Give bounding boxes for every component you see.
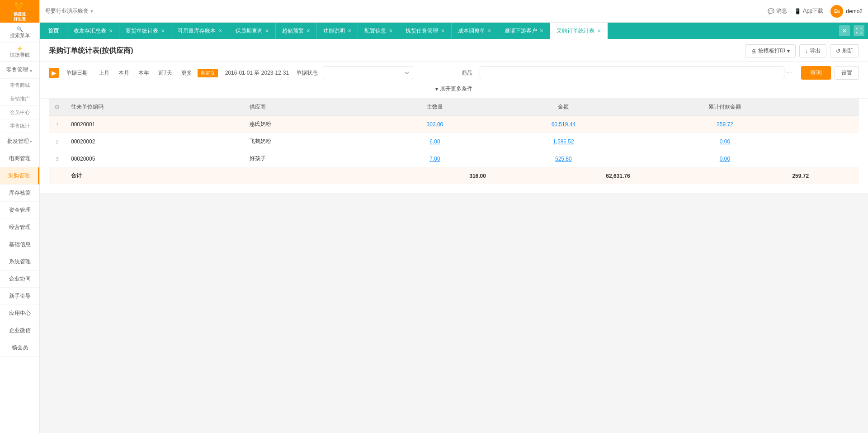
tab-purchase-summary-label: 采购订单统计表: [557, 27, 594, 35]
message-button[interactable]: 💬 消息: [768, 7, 787, 15]
sidebar-retail-label: 零售管理: [6, 66, 28, 74]
td-quantity-1: 303.00: [378, 116, 491, 133]
app-download-button[interactable]: 📱 App下载: [794, 7, 823, 15]
filter-actions: 查询 设置: [801, 66, 859, 80]
close-tab-button[interactable]: ✕: [839, 25, 850, 36]
td-quantity-2: 6.00: [378, 133, 491, 150]
td-supplier-2: 飞鹤奶粉: [244, 133, 378, 150]
goods-input[interactable]: [480, 67, 784, 79]
sidebar-item-purchase[interactable]: 采购管理: [0, 167, 39, 185]
app-download-label: App下载: [803, 7, 823, 15]
sidebar-item-basic-info[interactable]: 基础信息: [0, 236, 39, 253]
close-icon[interactable]: ×: [597, 27, 601, 34]
filter-area: ▶ 单据日期 上月 本月 本年 近7天 更多 自定义 2016-01-01 至 …: [40, 62, 868, 99]
sidebar-logo: 🧡 畅捷通好生意: [0, 0, 39, 23]
content-area: 采购订单统计表(按供应商) 🖨 按模板打印 ▾ ↓ 导出 ↺ 刷新: [40, 39, 868, 433]
date-option-this-year[interactable]: 本年: [135, 68, 153, 78]
sidebar-item-search[interactable]: 🔍 搜索菜单: [0, 23, 39, 43]
tab-picking-task[interactable]: 拣货任务管理 ×: [399, 23, 451, 39]
td-amount-1: 60,519.44: [491, 116, 636, 133]
close-icon[interactable]: ×: [109, 27, 113, 34]
close-icon[interactable]: ×: [441, 27, 444, 34]
tab-cost-adjust[interactable]: 成本调整单 ×: [452, 23, 498, 39]
tab-home[interactable]: 首页: [40, 23, 67, 39]
sidebar-item-wechat[interactable]: 企业微信: [0, 322, 39, 339]
tab-receive-summary[interactable]: 收发存汇总表 ×: [67, 23, 119, 39]
sidebar-ecommerce-label: 电商管理: [9, 155, 31, 162]
date-option-7days[interactable]: 近7天: [155, 68, 176, 78]
query-button[interactable]: 查询: [801, 66, 831, 80]
column-settings-icon[interactable]: ⚙: [54, 104, 60, 111]
td-footer-paid: 259.72: [636, 167, 814, 185]
tab-function-desc[interactable]: 功能说明 ×: [317, 23, 358, 39]
tab-order-summary[interactable]: 要货单统计表 ×: [119, 23, 171, 39]
th-amount: 金额: [491, 99, 636, 116]
export-button[interactable]: ↓ 导出: [799, 44, 826, 57]
sidebar-item-quick-nav[interactable]: ⚡ 快捷导航: [0, 43, 39, 62]
close-icon[interactable]: ×: [348, 27, 351, 34]
sidebar-item-members[interactable]: 畅会员: [0, 339, 39, 357]
refresh-button[interactable]: ↺ 刷新: [830, 44, 859, 57]
footer-total-label: 合计: [71, 172, 82, 179]
td-paid-2: 0.00: [636, 133, 814, 150]
td-supplier-3: 好孩子: [244, 150, 378, 167]
close-icon[interactable]: ×: [218, 27, 222, 34]
date-option-last-month[interactable]: 上月: [95, 68, 113, 78]
sidebar-item-system[interactable]: 系统管理: [0, 253, 39, 271]
settings-button[interactable]: 设置: [835, 66, 859, 80]
breadcrumb-arrow-icon: ▾: [90, 8, 93, 14]
sidebar-item-app-center[interactable]: 应用中心: [0, 305, 39, 322]
maximize-button[interactable]: ⛶: [854, 25, 864, 36]
sidebar-wechat-label: 企业微信: [9, 327, 31, 333]
tab-receive-summary-label: 收发存汇总表: [74, 27, 106, 35]
sidebar-item-wholesale[interactable]: 批发管理 ▾: [0, 133, 39, 150]
sidebar: 🧡 畅捷通好生意 🔍 搜索菜单 ⚡ 快捷导航 零售管理 ▲ 零售商城 营销推广 …: [0, 0, 40, 433]
main-area: 母婴行业演示账套 ▾ 💬 消息 📱 App下载 Ea demo2 首页 收发存汇…: [40, 0, 868, 433]
status-select[interactable]: [323, 67, 413, 79]
sidebar-purchase-label: 采购管理: [8, 172, 30, 179]
status-filter-label: 单据状态: [296, 70, 318, 76]
tab-overstock-warning[interactable]: 超储预警 ×: [276, 23, 317, 39]
phone-icon: 📱: [794, 8, 801, 14]
print-button[interactable]: 🖨 按模板打印 ▾: [745, 44, 796, 57]
close-icon[interactable]: ×: [540, 27, 543, 34]
sidebar-item-new-guide[interactable]: 新手引导: [0, 288, 39, 305]
chevron-down-icon: ▾: [30, 139, 32, 144]
sidebar-item-ecommerce[interactable]: 电商管理: [0, 150, 39, 167]
close-icon[interactable]: ×: [389, 27, 392, 34]
sidebar-item-finance[interactable]: 资金管理: [0, 202, 39, 219]
close-icon[interactable]: ×: [307, 27, 310, 34]
filter-expand-row: ▾ 展开更多条件: [49, 83, 859, 94]
tab-overstock-warning-label: 超储预警: [282, 27, 304, 35]
sidebar-item-member[interactable]: 会员中心: [0, 106, 39, 119]
sidebar-item-retail-stats[interactable]: 零售统计: [0, 119, 39, 133]
tab-invite-customer[interactable]: 邀请下游客户 ×: [498, 23, 550, 39]
tab-warranty-query[interactable]: 保质期查询 ×: [229, 23, 276, 39]
tab-purchase-summary[interactable]: 采购订单统计表 ×: [550, 23, 608, 39]
more-options-icon[interactable]: ···: [786, 69, 792, 77]
expand-filter-button[interactable]: ▾ 展开更多条件: [435, 85, 472, 93]
sidebar-item-inventory[interactable]: 库存核算: [0, 185, 39, 202]
tab-inventory-book[interactable]: 可用量库存账本 ×: [171, 23, 229, 39]
filter-toggle-button[interactable]: ▶: [49, 68, 59, 78]
sidebar-item-marketing[interactable]: 营销推广: [0, 92, 39, 106]
sidebar-item-retail-mall[interactable]: 零售商城: [0, 79, 39, 92]
sidebar-item-operations[interactable]: 经营管理: [0, 219, 39, 236]
tab-order-summary-label: 要货单统计表: [126, 27, 158, 35]
close-icon[interactable]: ×: [488, 27, 491, 34]
user-profile[interactable]: Ea demo2: [830, 5, 863, 18]
td-paid-3: 0.00: [636, 150, 814, 167]
close-icon[interactable]: ×: [161, 27, 165, 34]
chevron-down-icon: ▾: [435, 86, 438, 92]
date-custom-badge[interactable]: 自定义: [198, 69, 218, 77]
close-icon[interactable]: ×: [265, 27, 269, 34]
sidebar-item-enterprise[interactable]: 企业协同: [0, 271, 39, 288]
date-option-this-month[interactable]: 本月: [115, 68, 133, 78]
tab-config-info[interactable]: 配置信息 ×: [358, 23, 399, 39]
tab-home-label: 首页: [48, 27, 59, 35]
td-num-2: 2: [49, 133, 66, 150]
td-code-2: 00020002: [66, 133, 244, 150]
sidebar-item-retail[interactable]: 零售管理 ▲: [0, 62, 39, 79]
date-option-more[interactable]: 更多: [178, 68, 196, 78]
td-footer-empty-1: [49, 167, 66, 185]
